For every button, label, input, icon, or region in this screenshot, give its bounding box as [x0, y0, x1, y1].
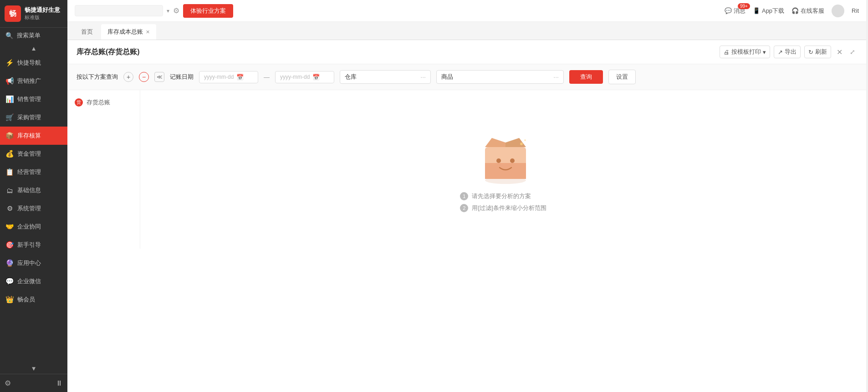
- sidebar-item-label: 销售管理: [17, 95, 41, 103]
- basic-info-icon: 🗂: [5, 187, 14, 194]
- empty-hint-2: 2 用[过滤]条件来缩小分析范围: [460, 204, 546, 212]
- right-panel: [866, 0, 868, 392]
- filter-add-button[interactable]: +: [123, 72, 133, 82]
- sidebar-item-operations[interactable]: 📋 经营管理: [0, 163, 67, 181]
- guide-icon: 🎯: [5, 241, 14, 249]
- trial-button[interactable]: 体验行业方案: [183, 4, 233, 18]
- sidebar-item-label: 系统管理: [17, 204, 41, 213]
- empty-hints: 1 请先选择要分析的方案 2 用[过滤]条件来缩小分析范围: [460, 192, 546, 212]
- search-menu-item[interactable]: 🔍 搜索菜单: [0, 28, 67, 43]
- main-content: ▾ ⚙ 体验行业方案 💬 消息 99+ 📱 App下载 🎧 在线客服 Rit: [67, 0, 866, 392]
- message-icon: 💬: [725, 7, 732, 14]
- print-template-label: 按模板打印: [731, 48, 761, 56]
- sidebar-item-finance[interactable]: 💰 资金管理: [0, 145, 67, 163]
- sidebar-item-purchase[interactable]: 🛒 采购管理: [0, 108, 67, 127]
- sidebar: 畅 畅捷通好生意 标准版 🔍 搜索菜单 ▲ ⚡ 快捷导航 📢 营销推广 📊 销售…: [0, 0, 67, 392]
- date-from-input[interactable]: yyyy-mm-dd 📅: [199, 71, 258, 83]
- sidebar-item-label: 库存核算: [17, 132, 41, 140]
- warehouse-more-icon: ···: [420, 73, 426, 81]
- toggle-footer-button[interactable]: ⏸: [56, 379, 63, 387]
- empty-illustration-svg: [476, 127, 535, 186]
- export-button[interactable]: ↗ 导出: [774, 46, 801, 58]
- phone-icon: 📱: [753, 7, 760, 14]
- online-service-button[interactable]: 🎧 在线客服: [791, 7, 824, 15]
- search-menu-label: 搜索菜单: [17, 31, 41, 40]
- sidebar-nav: ⚡ 快捷导航 📢 营销推广 📊 销售管理 🛒 采购管理 📦 库存核算 💰 资金管…: [0, 54, 67, 363]
- tab-close-icon[interactable]: ✕: [146, 29, 150, 35]
- hint-number-1: 1: [460, 192, 468, 200]
- sidebar-item-label: 营销推广: [17, 77, 41, 85]
- app-download-label: App下载: [762, 7, 784, 15]
- filter-remove-button[interactable]: −: [139, 72, 149, 82]
- sidebar-logo: 畅 畅捷通好生意 标准版: [0, 0, 67, 28]
- warehouse-selector[interactable]: 仓库 ···: [340, 70, 431, 84]
- sidebar-item-app-center[interactable]: 🔮 应用中心: [0, 254, 67, 272]
- scheme-item[interactable]: 货 存货总账: [67, 95, 140, 110]
- filter-collapse-button[interactable]: ≪: [154, 72, 164, 82]
- print-template-button[interactable]: 🖨 按模板打印 ▾: [720, 46, 770, 58]
- brand-name: 畅捷通好生意: [25, 6, 60, 14]
- sidebar-item-label: 企业微信: [17, 277, 41, 285]
- refresh-button[interactable]: ↻ 刷新: [804, 46, 831, 58]
- scroll-up-button[interactable]: ▲: [0, 43, 67, 54]
- page-header: 库存总账(存货总账) 🖨 按模板打印 ▾ ↗ 导出 ↻ 刷新 ✕ ⤢: [67, 40, 866, 64]
- expand-button[interactable]: ⤢: [848, 46, 857, 57]
- sidebar-item-guide[interactable]: 🎯 新手引导: [0, 236, 67, 254]
- calendar-icon: 📅: [236, 74, 244, 81]
- sidebar-item-sales[interactable]: 📊 销售管理: [0, 90, 67, 108]
- sidebar-item-label: 资金管理: [17, 150, 41, 158]
- empty-state: 1 请先选择要分析的方案 2 用[过滤]条件来缩小分析范围: [140, 90, 866, 249]
- cooperation-icon: 🤝: [5, 223, 14, 231]
- sidebar-item-label: 畅会员: [17, 295, 35, 304]
- hint-text-1: 请先选择要分析的方案: [472, 192, 531, 200]
- goods-more-icon: ···: [553, 73, 559, 81]
- app-download-button[interactable]: 📱 App下载: [753, 7, 784, 15]
- message-button[interactable]: 💬 消息 99+: [725, 7, 745, 15]
- topbar-gear-icon[interactable]: ⚙: [173, 6, 179, 15]
- svg-rect-2: [485, 163, 526, 179]
- headphone-icon: 🎧: [791, 7, 799, 14]
- print-chevron-icon: ▾: [763, 49, 766, 56]
- hint-number-2: 2: [460, 204, 468, 212]
- date-to-placeholder: yyyy-mm-dd: [280, 74, 310, 80]
- sidebar-item-quick-nav[interactable]: ⚡ 快捷导航: [0, 54, 67, 72]
- membership-icon: 👑: [5, 295, 14, 304]
- date-filter-label: 记账日期: [170, 73, 194, 81]
- sidebar-item-label: 经营管理: [17, 168, 41, 176]
- query-button[interactable]: 查询: [569, 70, 603, 84]
- sidebar-item-system[interactable]: ⚙ 系统管理: [0, 199, 67, 218]
- page-title: 库存总账(存货总账): [77, 47, 140, 57]
- sidebar-item-cooperation[interactable]: 🤝 企业协同: [0, 218, 67, 236]
- marketing-icon: 📢: [5, 77, 14, 85]
- search-icon: 🔍: [5, 32, 13, 39]
- export-label: 导出: [785, 48, 797, 56]
- sidebar-item-enterprise-wechat[interactable]: 💬 企业微信: [0, 272, 67, 290]
- sidebar-item-marketing[interactable]: 📢 营销推广: [0, 72, 67, 90]
- topbar-chevron-icon[interactable]: ▾: [167, 8, 169, 14]
- empty-hint-1: 1 请先选择要分析的方案: [460, 192, 546, 200]
- svg-point-3: [496, 158, 501, 163]
- settings-button[interactable]: 设置: [608, 70, 636, 84]
- svg-point-4: [510, 158, 515, 163]
- date-to-input[interactable]: yyyy-mm-dd 📅: [275, 71, 334, 83]
- scheme-item-label: 存货总账: [87, 98, 110, 107]
- sidebar-item-inventory[interactable]: 📦 库存核算: [0, 127, 67, 145]
- sidebar-item-basic-info[interactable]: 🗂 基础信息: [0, 181, 67, 199]
- tab-inventory-cost[interactable]: 库存成本总账 ✕: [101, 24, 156, 40]
- topbar-nav-input[interactable]: [75, 5, 163, 16]
- refresh-icon: ↻: [808, 49, 813, 56]
- goods-selector[interactable]: 商品 ···: [436, 70, 564, 84]
- inventory-icon: 📦: [5, 132, 14, 140]
- settings-footer-button[interactable]: ⚙: [5, 379, 11, 387]
- date-separator: —: [264, 74, 270, 81]
- tab-home[interactable]: 首页: [75, 24, 99, 40]
- close-panel-button[interactable]: ✕: [835, 46, 844, 58]
- user-avatar[interactable]: [832, 5, 844, 17]
- scroll-down-button[interactable]: ▼: [0, 363, 67, 374]
- quick-nav-icon: ⚡: [5, 59, 14, 67]
- sidebar-footer: ⚙ ⏸: [0, 374, 67, 392]
- logo-icon: 畅: [5, 5, 21, 22]
- sidebar-item-membership[interactable]: 👑 畅会员: [0, 290, 67, 309]
- sidebar-item-label: 应用中心: [17, 259, 41, 267]
- empty-illustration: [476, 127, 531, 181]
